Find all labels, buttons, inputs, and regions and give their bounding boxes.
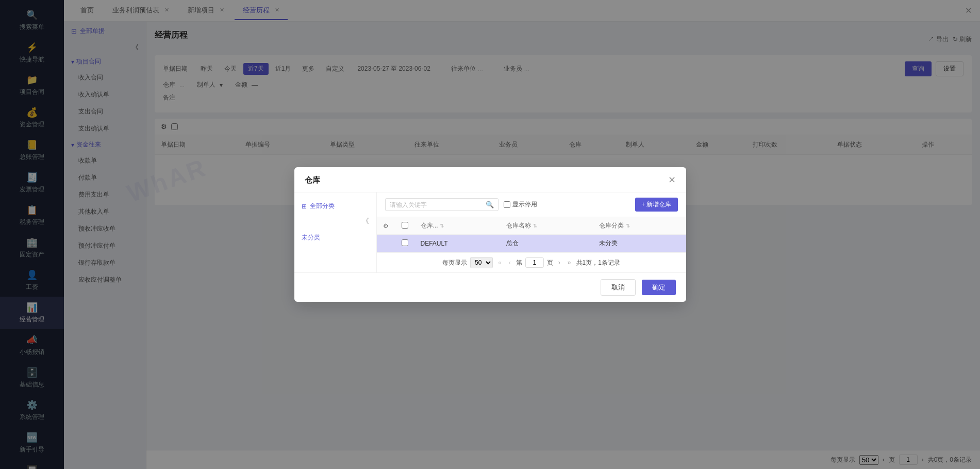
modal-next-page-btn[interactable]: › <box>556 258 562 267</box>
modal-col-gear: ⚙ <box>377 217 395 235</box>
modal-left-item-uncategorized[interactable]: 未分类 <box>294 229 376 246</box>
modal-select-all[interactable] <box>402 222 408 229</box>
modal-body: ⊞ 全部分类 《 未分类 🔍 <box>294 192 686 272</box>
add-warehouse-btn[interactable]: + 新增仓库 <box>635 198 677 212</box>
sort-name-icon: ⇅ <box>533 223 537 229</box>
modal-table-wrap: ⚙ 仓库... ⇅ 仓库名称 ⇅ <box>377 217 686 252</box>
modal-right-toolbar: 🔍 显示停用 + 新增仓库 <box>377 192 686 217</box>
modal-table: ⚙ 仓库... ⇅ 仓库名称 ⇅ <box>377 217 686 252</box>
modal-page-input[interactable] <box>525 257 544 268</box>
modal-pagination: 每页显示 50 « ‹ 第 页 › » 共1页，1条记录 <box>377 252 686 272</box>
modal-right-panel: 🔍 显示停用 + 新增仓库 ⚙ <box>377 192 686 272</box>
row-1-checkbox[interactable] <box>402 239 408 246</box>
modal-left-all[interactable]: ⊞ 全部分类 <box>294 199 376 214</box>
modal-col-category[interactable]: 仓库分类 ⇅ <box>593 217 686 235</box>
sort-category-icon: ⇅ <box>626 223 630 229</box>
modal-close-btn[interactable]: ✕ <box>668 174 676 186</box>
row-category: 未分类 <box>593 235 686 252</box>
cancel-btn[interactable]: 取消 <box>601 279 636 296</box>
show-disabled-checkbox[interactable] <box>504 201 510 208</box>
modal-page-suffix: 页 <box>547 258 553 267</box>
modal-overlay: 仓库 ✕ ⊞ 全部分类 《 未分类 <box>0 0 980 469</box>
modal-col-code[interactable]: 仓库... ⇅ <box>414 217 501 235</box>
modal-title: 仓库 <box>305 175 320 185</box>
row-index: DEFAULT <box>414 235 501 252</box>
modal-page-label: 第 <box>516 258 522 267</box>
modal-last-page-btn[interactable]: » <box>566 258 573 267</box>
row-name: 总仓 <box>500 235 593 252</box>
confirm-btn[interactable]: 确定 <box>642 280 676 295</box>
modal-prev-page-btn[interactable]: ‹ <box>507 258 513 267</box>
modal-search-box: 🔍 <box>385 198 499 211</box>
show-disabled-label[interactable]: 显示停用 <box>504 200 537 209</box>
show-disabled-text: 显示停用 <box>512 200 537 209</box>
modal-per-page-label: 每页显示 <box>442 258 467 267</box>
grid-icon-modal: ⊞ <box>302 203 307 210</box>
collapse-icon-modal: 《 <box>362 217 369 226</box>
modal-first-page-btn[interactable]: « <box>496 258 504 267</box>
modal-total-info: 共1页，1条记录 <box>576 258 620 267</box>
modal-header: 仓库 ✕ <box>294 167 686 192</box>
row-gear <box>377 235 395 252</box>
modal-col-check <box>395 217 414 235</box>
modal-table-row-1[interactable]: DEFAULT 总仓 未分类 <box>377 235 686 252</box>
modal-collapse-btn[interactable]: 《 <box>294 214 376 229</box>
modal-search-input[interactable] <box>390 201 483 208</box>
row-checkbox <box>395 235 414 252</box>
modal-left-item-uncategorized-label: 未分类 <box>302 234 320 241</box>
modal-search-icon[interactable]: 🔍 <box>486 201 494 208</box>
modal-col-name[interactable]: 仓库名称 ⇅ <box>500 217 593 235</box>
modal-per-page-select[interactable]: 50 <box>470 257 493 268</box>
modal-footer: 取消 确定 <box>294 272 686 302</box>
modal-left-all-label: 全部分类 <box>310 202 335 211</box>
sort-code-icon: ⇅ <box>440 223 444 229</box>
modal: 仓库 ✕ ⊞ 全部分类 《 未分类 <box>294 167 686 302</box>
modal-left-panel: ⊞ 全部分类 《 未分类 <box>294 192 377 272</box>
